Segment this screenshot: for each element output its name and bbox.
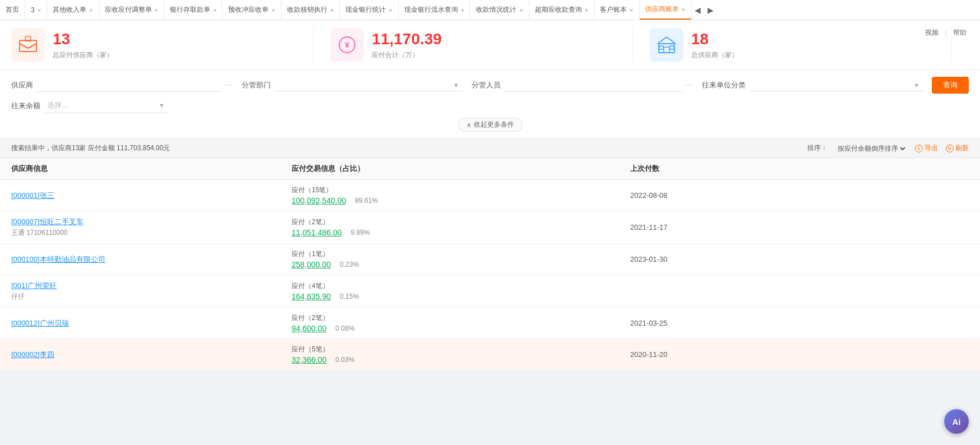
nav-prev-arrow[interactable]: ◀ [691, 6, 704, 15]
collapse-chevron-icon: ∧ [466, 121, 471, 129]
export-button[interactable]: ⇩ 导出 [915, 143, 938, 153]
table-row: [000007]恒旺二手叉车 王通 17106110000 应付（2笔） 11,… [0, 211, 980, 244]
tx-percent: 0.23% [340, 261, 359, 268]
filter-category: 往来单位分类 ▼ [702, 80, 923, 91]
last-pay-cell: 2021-03-25 [630, 319, 969, 327]
tx-info-cell: 应付（1笔） 258,000.00 0.23% [292, 249, 630, 269]
col-last-pay: 上次付数 [630, 164, 969, 174]
tx-info-cell: 应付（4笔） 164,635.90 0.15% [292, 281, 630, 301]
dept-label: 分管部门 [242, 80, 271, 90]
payable-suppliers-label: 总应付供应商（家） [53, 50, 113, 60]
dept-select[interactable]: ▼ [274, 80, 463, 91]
refresh-icon: ↻ [946, 145, 954, 152]
person-dots[interactable]: ··· [685, 80, 692, 90]
tx-amount[interactable]: 258,000.00 [292, 260, 331, 269]
person-input[interactable] [504, 78, 682, 92]
supplier-link[interactable]: [000007]恒旺二手叉车 [11, 217, 292, 227]
result-actions: 排序： 按应付余额倒序排序 ⇩ 导出 ↻ 刷新 [807, 143, 969, 153]
tx-label: 应付（2笔） [292, 313, 630, 323]
supplier-link[interactable]: [000100]本特勤油品有限公司 [11, 254, 292, 265]
close-icon[interactable]: × [630, 7, 633, 13]
help-link[interactable]: 帮助 [953, 29, 967, 36]
close-icon[interactable]: × [461, 7, 464, 13]
person-label: 分管人员 [471, 80, 501, 90]
supplier-link[interactable]: [000012]广州贝瑞 [11, 318, 292, 328]
tx-amount[interactable]: 100,092,540.00 [292, 196, 346, 205]
tx-label: 应付（4笔） [292, 281, 630, 291]
nav-cash-bank-flow[interactable]: 现金银行流水查询 × [399, 0, 470, 20]
nav-collection[interactable]: 收款核销执行 × [281, 0, 340, 20]
col-tx-info: 应付交易信息（占比） [292, 164, 630, 174]
filter-balance: 往来余额 选择... ▼ [11, 98, 168, 113]
tx-label: 应付（5笔） [292, 345, 630, 354]
tx-percent: 0.15% [340, 293, 359, 300]
close-icon[interactable]: × [89, 7, 93, 13]
supplier-link[interactable]: [000002]李四 [11, 350, 292, 360]
nav-ar-ap-adjust[interactable]: 应收应付调整单 × [99, 0, 164, 20]
filter-supplier: 供应商 ··· [11, 78, 233, 92]
svg-rect-6 [659, 46, 663, 49]
nav-collection-stat[interactable]: 收款情况统计 × [470, 0, 529, 20]
nav-supplier-ledger[interactable]: 供应商账本 × [640, 0, 691, 20]
tx-info-cell: 应付（2笔） 11,051,486.00 9.89% [292, 217, 630, 237]
close-icon[interactable]: × [519, 7, 523, 13]
payable-icon: ¥ [330, 28, 364, 62]
category-label: 往来单位分类 [702, 80, 746, 90]
close-icon[interactable]: × [38, 7, 41, 13]
separator: | [945, 29, 947, 36]
nav-other-income[interactable]: 其他收入单 × [47, 0, 99, 20]
summary-card-total-payable: ¥ 11,170.39 应付合计（万） [330, 28, 632, 62]
dept-dropdown-arrow: ▼ [453, 82, 459, 89]
filter-person: 分管人员 ··· [471, 78, 693, 92]
nav-next-arrow[interactable]: ▶ [704, 6, 717, 15]
balance-dropdown-arrow: ▼ [159, 102, 165, 109]
nav-customer-ledger[interactable]: 客户账本 × [594, 0, 639, 20]
refresh-button[interactable]: ↻ 刷新 [946, 143, 969, 153]
supplier-link[interactable]: [001]广州荣轩 [11, 281, 292, 291]
summary-section: 13 总应付供应商（家） ¥ 11,170.39 应付合计（万） [0, 20, 980, 70]
tx-percent: 0.03% [335, 356, 354, 364]
collapse-button[interactable]: ∧ 收起更多条件 [458, 118, 523, 132]
tx-amount[interactable]: 32,366.00 [292, 355, 326, 364]
supplier-info-cell: [000002]李四 [11, 350, 292, 360]
supplier-dots[interactable]: ··· [225, 80, 232, 90]
close-icon[interactable]: × [585, 7, 588, 13]
last-pay-cell: 2020-11-20 [630, 350, 969, 359]
supplier-info-cell: [000012]广州贝瑞 [11, 318, 292, 328]
supplier-link[interactable]: [000001]张三 [11, 191, 292, 201]
supplier-input[interactable] [36, 78, 221, 92]
summary-card-total-suppliers: 18 总供应商（家） [650, 28, 952, 62]
tx-amount[interactable]: 11,051,486.00 [292, 228, 342, 237]
nav-bank-deposit[interactable]: 银行存取款单 × [164, 0, 223, 20]
sort-select[interactable]: 按应付余额倒序排序 [835, 144, 907, 153]
close-icon[interactable]: × [330, 7, 334, 13]
result-bar: 搜索结果中，供应商13家 应付金额 111,703,854.00元 排序： 按应… [0, 139, 980, 158]
query-button[interactable]: 查询 [932, 77, 969, 94]
supplier-info-cell: [000100]本特勤油品有限公司 [11, 254, 292, 265]
close-icon[interactable]: × [271, 7, 275, 13]
filter-row-2: 往来余额 选择... ▼ [11, 98, 969, 113]
nav-overdue-query[interactable]: 超期应收款查询 × [529, 0, 594, 20]
table-section: 供应商信息 应付交易信息（占比） 上次付数 [000001]张三 应付（15笔）… [0, 158, 980, 370]
nav-cash-bank-stat[interactable]: 现金银行统计 × [340, 0, 398, 20]
nav-prepay[interactable]: 预收冲应收单 × [223, 0, 281, 20]
close-icon[interactable]: × [213, 7, 216, 13]
tx-label: 应付（15笔） [292, 186, 630, 195]
close-icon[interactable]: × [155, 7, 158, 13]
total-suppliers-number: 18 [691, 30, 738, 49]
svg-text:¥: ¥ [345, 40, 349, 49]
tx-amount[interactable]: 94,600.00 [292, 324, 326, 333]
category-select[interactable]: ▼ [749, 80, 923, 91]
supplier-info-cell: [000001]张三 [11, 191, 292, 201]
close-icon[interactable]: × [682, 6, 685, 13]
last-pay-cell: 2021-11-17 [630, 223, 969, 231]
balance-select[interactable]: 选择... ▼ [44, 98, 168, 113]
tx-amount[interactable]: 164,635.90 [292, 292, 331, 301]
close-icon[interactable]: × [389, 7, 392, 13]
nav-home[interactable]: 首页 [0, 0, 25, 20]
category-dropdown-arrow: ▼ [913, 82, 919, 89]
video-link[interactable]: 视频 [925, 29, 939, 36]
supplier-info-cell: [000007]恒旺二手叉车 王通 17106110000 [11, 217, 292, 238]
nav-item-3[interactable]: 3 × [25, 0, 47, 20]
top-right-links: 视频 | 帮助 [923, 28, 969, 38]
